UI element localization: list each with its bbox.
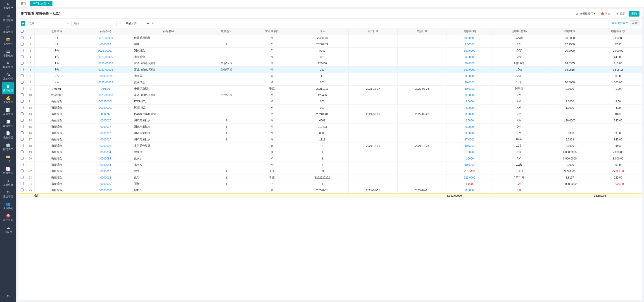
sidebar-item-retail[interactable]: 🛒零售管理 [2, 24, 14, 36]
row-checkbox-cell[interactable] [18, 149, 26, 156]
row-qty-main[interactable]: 100.0000 [447, 67, 492, 73]
row-checkbox[interactable] [20, 55, 24, 58]
row-checkbox[interactable] [20, 81, 24, 84]
row-checkbox[interactable] [20, 119, 24, 122]
tab-inventory-batch[interactable]: 库存批次查✕ [30, 1, 52, 6]
tab-close-icon[interactable]: ✕ [47, 2, 50, 5]
sidebar-item-ops[interactable]: 📈经营管理 [2, 165, 14, 177]
row-checkbox[interactable] [20, 68, 24, 71]
table-wrapper[interactable]: 仓库名称商品编码商品名称规格型号主计量单位批号生产日期失效日期现存量(主)现存量… [18, 28, 642, 300]
row-checkbox-cell[interactable] [18, 136, 26, 143]
sidebar-item-sys[interactable]: ⚙系统管理 [2, 188, 14, 200]
row-code[interactable]: 0023-0000... [80, 48, 132, 54]
row-checkbox[interactable] [20, 93, 24, 96]
sidebar-search[interactable]: 🔍 搜索菜单 [0, 2, 16, 11]
sidebar-item-inventory[interactable]: 📋库存核查 [2, 82, 14, 94]
row-checkbox[interactable] [20, 189, 24, 191]
row-checkbox[interactable] [20, 144, 24, 147]
sidebar-item-invoice[interactable]: 🧾发票管理 [2, 118, 14, 129]
row-checkbox-cell[interactable] [18, 67, 26, 73]
action-help-btn[interactable]: 👁显示 [614, 11, 627, 16]
category-select[interactable]: 商品分类 [123, 21, 150, 26]
sidebar-item-quick-nav[interactable]: ⊞快捷导航 [2, 12, 14, 24]
row-qty-main[interactable]: 122.0000 [447, 175, 492, 181]
row-checkbox-cell[interactable] [18, 162, 26, 168]
row-qty-main[interactable]: 1.0000 [447, 156, 492, 162]
toggle-filter-button[interactable]: ▶ [21, 21, 25, 26]
row-code[interactable]: 0000017 [80, 124, 132, 130]
row-checkbox-cell[interactable] [18, 98, 26, 105]
row-checkbox-cell[interactable] [18, 168, 26, 175]
row-qty-main[interactable]: 10.0000 [447, 162, 492, 168]
row-code[interactable]: 0000078 [80, 143, 132, 149]
warehouse-input[interactable] [27, 21, 65, 26]
row-checkbox-cell[interactable] [18, 156, 26, 162]
row-checkbox-cell[interactable] [18, 92, 26, 98]
row-code[interactable]: 0000017 [80, 130, 132, 136]
sidebar-item-base[interactable]: ℹ基础信息 [2, 177, 14, 188]
row-qty-main[interactable]: 0.0000 [447, 54, 492, 60]
row-code[interactable]: 0023-00005 [80, 54, 132, 60]
settings-button[interactable]: 设置 [630, 20, 640, 26]
row-checkbox[interactable] [20, 49, 24, 52]
row-checkbox[interactable] [20, 87, 24, 90]
row-qty-main[interactable]: 0.0000 [447, 92, 492, 98]
search-button[interactable]: 查询 [628, 11, 640, 17]
row-code[interactable]: 001000026 [80, 73, 132, 79]
row-checkbox-cell[interactable] [18, 181, 26, 187]
row-qty-main[interactable]: 0.0000 [447, 111, 492, 117]
row-code[interactable]: 0000012 [80, 175, 132, 181]
sidebar-item-guide[interactable]: 🎯新手引导 [2, 212, 14, 224]
action-export-btn[interactable]: 📤导出 [599, 11, 612, 16]
row-checkbox[interactable] [20, 176, 24, 179]
row-code[interactable]: 0023-00005 [80, 60, 132, 67]
row-code[interactable]: 0000029 [80, 181, 132, 187]
row-qty-main[interactable]: 4.0000 [447, 105, 492, 111]
row-code[interactable]: 001000031 [80, 187, 132, 194]
row-code[interactable]: 000900001 [80, 98, 132, 105]
row-checkbox-cell[interactable] [18, 73, 26, 79]
row-code[interactable]: 0000012 [80, 168, 132, 175]
tab-home[interactable]: 首页 [18, 1, 29, 6]
row-qty-main[interactable]: -16.0000 [447, 168, 492, 175]
row-code[interactable]: 0023-00009 [80, 35, 132, 41]
row-checkbox-cell[interactable] [18, 143, 26, 149]
row-qty-main[interactable]: 100.0000 [447, 48, 492, 54]
row-qty-main[interactable]: 0.0000 [447, 124, 492, 130]
row-qty-main[interactable]: 10.0000 [447, 143, 492, 149]
row-checkbox[interactable] [20, 112, 24, 115]
sidebar-item-wholesale[interactable]: 📦批发管理 [2, 36, 14, 47]
row-checkbox[interactable] [20, 170, 24, 172]
action-print-btn[interactable]: 🖨按模板打印▾ [574, 11, 597, 16]
row-checkbox-cell[interactable] [18, 48, 26, 54]
row-qty-main[interactable]: 2.0000 [447, 117, 492, 124]
row-qty-main[interactable]: 3.0000 [447, 130, 492, 136]
row-checkbox-cell[interactable] [18, 35, 26, 41]
row-code[interactable]: 0023-00008 [80, 67, 132, 73]
sidebar-item-tax[interactable]: 📑税务管理 [2, 129, 14, 141]
row-checkbox-cell[interactable] [18, 175, 26, 181]
sidebar-item-accounting[interactable]: 📊总账管理 [2, 106, 14, 118]
sidebar-item-purchase[interactable]: 🛍采购管理 [2, 71, 14, 82]
row-checkbox-cell[interactable] [18, 60, 26, 67]
row-checkbox-cell[interactable] [18, 111, 26, 117]
row-checkbox-cell[interactable] [18, 187, 26, 194]
row-checkbox[interactable] [20, 106, 24, 109]
sidebar-item-ecom[interactable]: 🖥电商管理 [2, 59, 14, 71]
row-code[interactable]: 0023-00008 [80, 92, 132, 98]
row-checkbox-cell[interactable] [18, 86, 26, 92]
row-qty-main[interactable]: 0.0000 [447, 73, 492, 79]
sidebar-item-small-ecom[interactable]: 💻小脑电商 [2, 47, 14, 59]
select-all-checkbox[interactable] [20, 30, 24, 33]
row-qty-main[interactable]: 49.6000 [447, 60, 492, 67]
row-checkbox-cell[interactable] [18, 117, 26, 124]
row-qty-main[interactable]: 4.0000 [447, 98, 492, 105]
row-code[interactable]: 000900001 [80, 105, 132, 111]
row-checkbox-cell[interactable] [18, 79, 26, 86]
row-qty-main[interactable]: -1.0000 [447, 181, 492, 187]
row-code[interactable]: 000097 [80, 111, 132, 117]
row-code[interactable]: 0000029 [80, 41, 132, 48]
row-checkbox[interactable] [20, 131, 24, 134]
row-code[interactable]: 0000084 [80, 162, 132, 168]
row-qty-main[interactable]: 10.0000 [447, 86, 492, 92]
